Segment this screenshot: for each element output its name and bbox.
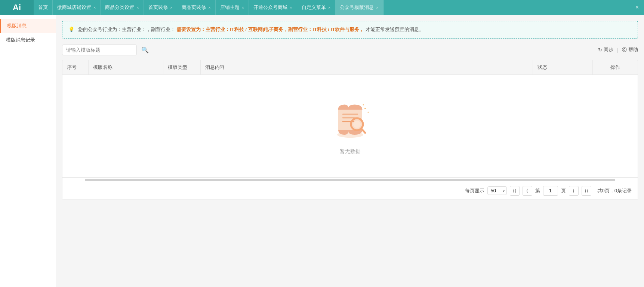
nav-tab[interactable]: 首页装修× xyxy=(144,0,177,15)
pagination: 每页显示 50 20 100 ⟨⟨ ⟨ 第 页 ⟩ ⟩⟩ 共0页，0条记录 xyxy=(62,182,638,199)
svg-point-10 xyxy=(363,104,364,105)
nav-tab[interactable]: 微商城店铺设置× xyxy=(53,0,101,15)
svg-point-6 xyxy=(353,120,361,128)
notice-prefix: 您的公众号行业为：主营行业：，副营行业： xyxy=(78,27,175,32)
help-icon: ⓪ xyxy=(622,46,627,53)
svg-point-8 xyxy=(364,108,366,109)
nav-tab[interactable]: 自定义菜单× xyxy=(297,0,335,15)
main-layout: 模版消息模版消息记录 💡 您的公众号行业为：主营行业：，副营行业： 需要设置为：… xyxy=(0,15,644,287)
nav-tab[interactable]: 首页 xyxy=(34,0,53,15)
sync-label: 同步 xyxy=(604,46,613,53)
col-action: 操作 xyxy=(593,60,638,74)
notice-box: 💡 您的公众号行业为：主营行业：，副营行业： 需要设置为：主营行业：IT科技 /… xyxy=(62,21,638,39)
scrollbar-track[interactable] xyxy=(85,179,615,181)
prev-page-button[interactable]: ⟨ xyxy=(523,186,532,196)
bulb-icon: 💡 xyxy=(68,27,74,32)
search-button[interactable]: 🔍 xyxy=(140,45,150,55)
empty-state: 暂无数据 xyxy=(62,75,638,177)
nav-tabs: 首页微商城店铺设置×商品分类设置×首页装修×商品页装修×店铺主题×开通公众号商城… xyxy=(34,0,630,15)
page-label: 第 xyxy=(535,187,540,194)
help-button[interactable]: ⓪ 帮助 xyxy=(622,46,638,53)
top-nav: Ai 首页微商城店铺设置×商品分类设置×首页装修×商品页装修×店铺主题×开通公众… xyxy=(0,0,644,15)
sidebar: 模版消息模版消息记录 xyxy=(0,15,56,287)
nav-tab[interactable]: 公众号模版消息× xyxy=(335,0,383,15)
col-type: 模版类型 xyxy=(163,60,201,74)
nav-tab[interactable]: 店铺主题× xyxy=(216,0,249,15)
sidebar-item[interactable]: 模版消息记录 xyxy=(0,33,56,47)
page-unit: 页 xyxy=(561,187,566,194)
page-input[interactable] xyxy=(543,186,558,196)
sidebar-item[interactable]: 模版消息 xyxy=(0,19,56,33)
tab-close-button[interactable]: × xyxy=(328,5,330,10)
search-left: 🔍 xyxy=(62,45,150,55)
tab-close-button[interactable]: × xyxy=(290,5,292,10)
scrollbar-area[interactable] xyxy=(62,177,638,182)
empty-text: 暂无数据 xyxy=(340,148,361,155)
page-size-select-wrap: 50 20 100 xyxy=(487,186,507,195)
tab-close-button[interactable]: × xyxy=(93,5,96,10)
table-container: 序号 模版名称 模版类型 消息内容 状态 操作 xyxy=(62,60,638,200)
col-status: 状态 xyxy=(533,60,593,74)
svg-rect-1 xyxy=(338,107,362,133)
notice-highlight: 需要设置为：主营行业：IT科技 / 互联网|电子商务，副营行业：IT科技 / I… xyxy=(176,27,364,32)
table-header: 序号 模版名称 模版类型 消息内容 状态 操作 xyxy=(62,60,638,75)
tab-close-button[interactable]: × xyxy=(376,5,378,10)
divider: | xyxy=(617,47,618,53)
col-content: 消息内容 xyxy=(201,60,533,74)
search-right: ↻ 同步 | ⓪ 帮助 xyxy=(598,46,638,53)
nav-tab[interactable]: 开通公众号商城× xyxy=(249,0,297,15)
notice-suffix: 才能正常发送预置的消息。 xyxy=(366,27,424,32)
total-info: 共0页，0条记录 xyxy=(597,187,632,194)
search-bar: 🔍 ↻ 同步 | ⓪ 帮助 xyxy=(62,45,638,55)
main-content: 💡 您的公众号行业为：主营行业：，副营行业： 需要设置为：主营行业：IT科技 /… xyxy=(56,15,644,287)
empty-illustration xyxy=(328,97,373,142)
tab-close-button[interactable]: × xyxy=(136,5,139,10)
tab-close-button[interactable]: × xyxy=(170,5,172,10)
search-input[interactable] xyxy=(62,45,137,55)
page-size-label: 每页显示 xyxy=(465,187,484,194)
last-page-button[interactable]: ⟩⟩ xyxy=(582,186,591,196)
help-label: 帮助 xyxy=(628,46,638,53)
sync-icon: ↻ xyxy=(598,47,602,53)
sync-button[interactable]: ↻ 同步 xyxy=(598,46,613,53)
close-all-button[interactable]: × xyxy=(630,4,644,11)
brand-logo: Ai xyxy=(0,0,34,15)
tab-close-button[interactable]: × xyxy=(242,5,244,10)
next-page-button[interactable]: ⟩ xyxy=(569,186,579,196)
col-seq: 序号 xyxy=(62,60,89,74)
page-size-select[interactable]: 50 20 100 xyxy=(487,186,507,195)
tab-close-button[interactable]: × xyxy=(208,5,210,10)
first-page-button[interactable]: ⟨⟨ xyxy=(510,186,520,196)
col-name: 模版名称 xyxy=(89,60,163,74)
nav-tab[interactable]: 商品页装修× xyxy=(177,0,215,15)
svg-point-9 xyxy=(367,112,369,113)
nav-tab[interactable]: 商品分类设置× xyxy=(101,0,144,15)
